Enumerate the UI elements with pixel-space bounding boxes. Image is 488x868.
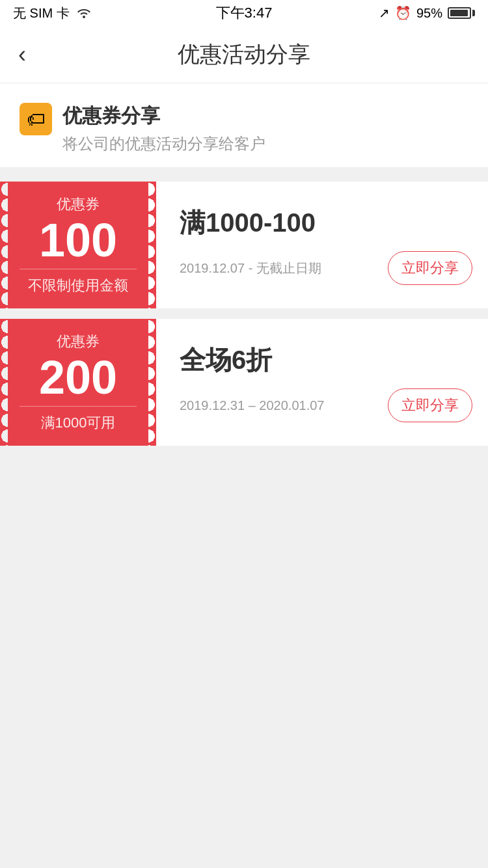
location-icon: ↗ (379, 5, 390, 21)
coupon-condition-1: 不限制使用金额 (28, 276, 128, 295)
wifi-icon (76, 5, 92, 21)
coupon-title-1: 满1000-100 (180, 205, 472, 241)
coupon-left-1: 优惠券 100 不限制使用金额 (0, 182, 156, 308)
alarm-icon: ⏰ (395, 5, 411, 21)
coupon-type-1: 优惠券 (57, 195, 100, 214)
coupon-date-1: 2019.12.07 - 无截止日期 (180, 260, 381, 277)
section-header: 🏷 优惠券分享 将公司的优惠活动分享给客户 (0, 83, 488, 167)
status-bar: 无 SIM 卡 下午3:47 ↗ ⏰ 95% (0, 0, 488, 26)
coupon-meta-1: 2019.12.07 - 无截止日期 立即分享 (180, 251, 472, 285)
coupon-title-2: 全场6折 (180, 342, 472, 378)
coupon-amount-2: 200 (39, 354, 117, 401)
coupon-card-1: 优惠券 100 不限制使用金额 满1000-100 2019.12.07 - 无… (0, 182, 488, 308)
section-title: 优惠券分享 (62, 103, 265, 129)
section-text: 优惠券分享 将公司的优惠活动分享给客户 (62, 103, 265, 154)
battery-icon (448, 7, 475, 19)
page-title: 优惠活动分享 (178, 40, 310, 70)
status-time: 下午3:47 (216, 3, 273, 23)
coupon-right-2: 全场6折 2019.12.31 – 2020.01.07 立即分享 (156, 319, 488, 446)
coupon-icon: 🏷 (27, 109, 45, 130)
section-subtitle: 将公司的优惠活动分享给客户 (62, 133, 265, 154)
back-button[interactable]: ‹ (18, 41, 26, 68)
carrier-text: 无 SIM 卡 (13, 5, 70, 22)
coupon-left-2: 优惠券 200 满1000可用 (0, 319, 156, 446)
status-left: 无 SIM 卡 (13, 5, 92, 22)
coupon-amount-1: 100 (39, 217, 117, 264)
coupon-right-1: 满1000-100 2019.12.07 - 无截止日期 立即分享 (156, 182, 488, 308)
share-button-1[interactable]: 立即分享 (388, 251, 472, 285)
bottom-area (0, 469, 488, 860)
status-right: ↗ ⏰ 95% (379, 5, 475, 21)
nav-bar: ‹ 优惠活动分享 (0, 26, 488, 83)
coupon-divider-2 (20, 406, 137, 407)
coupon-meta-2: 2019.12.31 – 2020.01.07 立即分享 (180, 388, 472, 422)
coupon-date-2: 2019.12.31 – 2020.01.07 (180, 398, 381, 413)
coupon-list: 优惠券 100 不限制使用金额 满1000-100 2019.12.07 - 无… (0, 169, 488, 469)
coupon-card-2: 优惠券 200 满1000可用 全场6折 2019.12.31 – 2020.0… (0, 319, 488, 446)
coupon-type-2: 优惠券 (57, 332, 100, 351)
section-icon: 🏷 (20, 103, 52, 135)
battery-percent: 95% (416, 6, 442, 21)
coupon-divider-1 (20, 269, 137, 269)
coupon-condition-2: 满1000可用 (41, 413, 116, 433)
share-button-2[interactable]: 立即分享 (388, 388, 472, 422)
